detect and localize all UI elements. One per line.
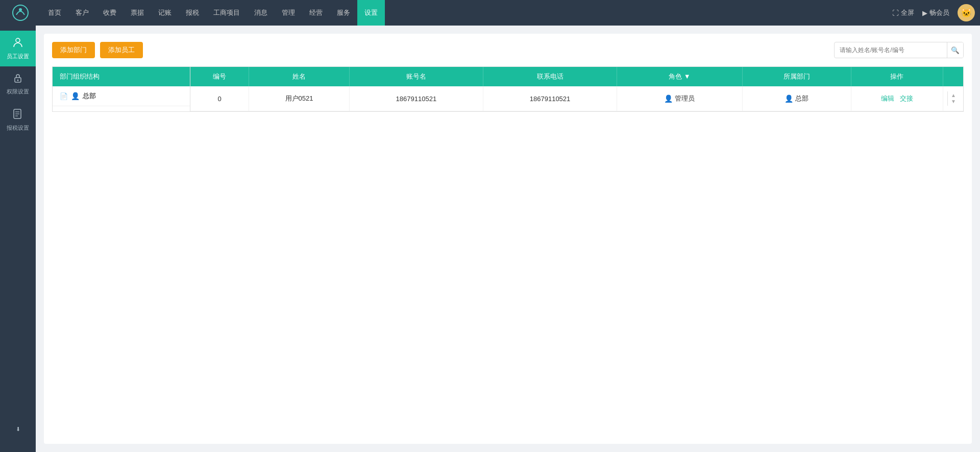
sidebar: 员工设置 权限设置 报税设置 [0,26,36,452]
dept-tree-header: 部门组织结构 [53,67,190,86]
dept-tree-item-general[interactable]: 📄 👤 总部 [53,86,190,106]
col-header-role[interactable]: 角色 ▼ [617,67,743,86]
nav-items: 首页 客户 收费 票据 记账 报税 工商项目 消息 管理 经营 服务 设置 [41,0,892,26]
nav-item-tax[interactable]: 报税 [179,0,206,26]
add-emp-button[interactable]: 添加员工 [100,42,143,58]
vip-button[interactable]: ▶ 畅会员 [922,8,949,17]
cell-phone: 18679110521 [483,86,617,111]
toolbar: 添加部门 添加员工 🔍 [52,42,964,58]
lock-icon [13,73,23,86]
sidebar-item-tax-report[interactable]: 报税设置 [0,102,36,138]
table-row: 0 用户0521 18679110521 18679110521 👤 管理员 [190,86,963,111]
sidebar-item-tax-report-label: 报税设置 [7,124,29,132]
svg-point-4 [17,80,19,81]
sidebar-item-permission[interactable]: 权限设置 [0,66,36,102]
nav-item-invoice[interactable]: 票据 [124,0,151,26]
edit-button[interactable]: 编辑 [881,94,894,102]
transfer-button[interactable]: 交接 [900,94,913,102]
search-bar: 🔍 [834,42,964,58]
nav-item-billing[interactable]: 收费 [96,0,124,26]
nav-item-business[interactable]: 工商项目 [206,0,247,26]
cell-dept: 👤 总部 [742,86,851,111]
fullscreen-button[interactable]: ⛶ 全屏 [892,8,914,17]
nav-item-settings[interactable]: 设置 [357,0,385,26]
svg-point-0 [13,5,28,20]
col-header-scroll [943,67,963,86]
app-body: 员工设置 权限设置 报税设置 [0,26,980,452]
svg-point-1 [19,8,22,11]
search-icon: 🔍 [951,46,960,54]
filter-icon: ▼ [684,73,691,80]
tax-report-icon [13,108,23,122]
table-layout: 部门组织结构 📄 👤 总部 编号 姓名 账号名 [52,66,964,112]
scroll-down-icon[interactable]: ▼ [951,99,956,105]
col-header-dept: 所属部门 [742,67,851,86]
employee-table: 编号 姓名 账号名 联系电话 角色 ▼ 所属部门 操作 [190,67,963,111]
top-nav: 首页 客户 收费 票据 记账 报税 工商项目 消息 管理 经营 服务 设置 ⛶ … [0,0,980,26]
nav-item-service[interactable]: 服务 [330,0,357,26]
col-header-name: 姓名 [249,67,350,86]
fullscreen-label: 全屏 [901,8,914,17]
fullscreen-icon: ⛶ [892,9,899,17]
dept-item-label: 总部 [83,91,96,101]
nav-item-message[interactable]: 消息 [247,0,275,26]
table-header-row: 编号 姓名 账号名 联系电话 角色 ▼ 所属部门 操作 [190,67,963,86]
sidebar-bottom: ⬇ [0,411,36,447]
svg-point-2 [16,38,20,42]
sidebar-item-employee-label: 员工设置 [7,53,29,60]
cell-action: 编辑 交接 [851,86,943,111]
nav-item-operation[interactable]: 经营 [302,0,330,26]
vip-label: 畅会员 [929,8,949,17]
dept-user-icon: 👤 [71,92,80,100]
download-icon: ⬇ [16,426,20,433]
sidebar-item-permission-label: 权限设置 [7,88,29,96]
nav-item-account[interactable]: 记账 [151,0,179,26]
cell-id: 0 [190,86,249,111]
content-panel: 添加部门 添加员工 🔍 部门组织结构 📄 👤 总部 [44,34,972,444]
nav-item-home[interactable]: 首页 [41,0,68,26]
scroll-up-icon[interactable]: ▲ [951,92,956,99]
employee-icon [12,37,23,51]
sidebar-download-button[interactable]: ⬇ [0,411,36,447]
cell-name: 用户0521 [249,86,350,111]
role-user-icon: 👤 [664,94,673,103]
nav-item-manage[interactable]: 管理 [275,0,302,26]
dept-label: 总部 [795,94,808,103]
col-header-account: 账号名 [349,67,483,86]
app-logo [5,5,36,21]
role-label: 管理员 [675,94,695,103]
file-icon: 📄 [60,92,68,100]
col-header-phone: 联系电话 [483,67,617,86]
emp-table-wrap: 编号 姓名 账号名 联系电话 角色 ▼ 所属部门 操作 [190,66,964,112]
col-header-action: 操作 [851,67,943,86]
sidebar-item-employee[interactable]: 员工设置 [0,31,36,66]
search-button[interactable]: 🔍 [947,42,963,58]
dept-user-icon: 👤 [785,94,793,103]
search-input[interactable] [835,46,947,54]
avatar[interactable]: 🐱 [958,4,975,21]
nav-item-customer[interactable]: 客户 [68,0,96,26]
col-header-id: 编号 [190,67,249,86]
nav-right: ⛶ 全屏 ▶ 畅会员 🐱 [892,4,975,21]
main-content: 添加部门 添加员工 🔍 部门组织结构 📄 👤 总部 [36,26,980,452]
cell-scroll: ▲ ▼ [943,86,963,111]
dept-tree: 部门组织结构 📄 👤 总部 [52,66,190,112]
vip-icon: ▶ [922,9,927,17]
cell-role: 👤 管理员 [617,86,743,111]
add-dept-button[interactable]: 添加部门 [52,42,95,58]
cell-account: 18679110521 [349,86,483,111]
